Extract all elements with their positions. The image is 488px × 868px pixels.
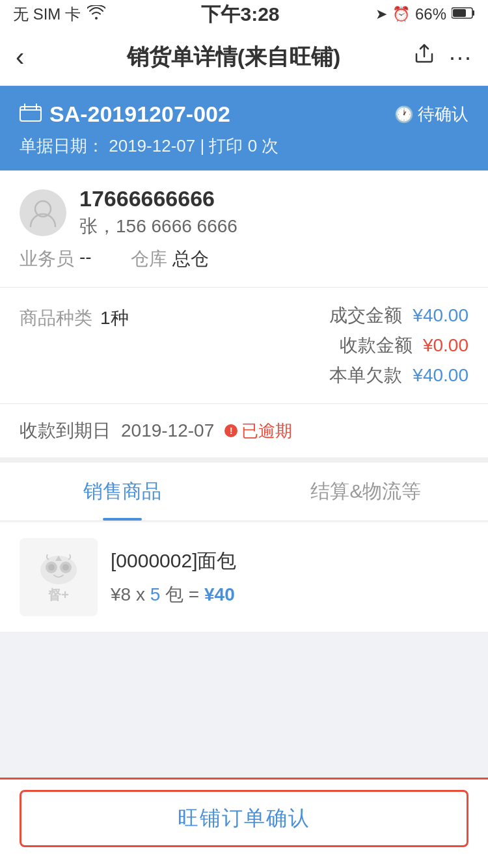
deal-amount-label: 成交金额 bbox=[329, 303, 402, 328]
status-time: 下午3:28 bbox=[201, 1, 279, 28]
svg-point-9 bbox=[48, 564, 55, 571]
deal-amount-value: ¥40.00 bbox=[413, 305, 468, 326]
owed-value: ¥40.00 bbox=[413, 365, 468, 386]
product-type-value: 1种 bbox=[100, 306, 129, 331]
bottom-bar: 旺铺订单确认 bbox=[0, 778, 488, 868]
summary-section: 商品种类 1种 成交金额 ¥40.00 收款金额 ¥0.00 本单欠款 ¥40.… bbox=[0, 288, 488, 404]
deal-amount-row: 成交金额 ¥40.00 bbox=[329, 303, 468, 328]
order-date: 单据日期： 2019-12-07 | 打印 0 次 bbox=[20, 135, 468, 157]
product-price-row: ¥8 x 5 包 = ¥40 bbox=[111, 582, 468, 607]
tab-sales[interactable]: 销售商品 bbox=[0, 463, 244, 521]
clock-icon: 🕐 bbox=[394, 105, 414, 124]
product-item: 督+ [0000002]面包 ¥8 x 5 包 = ¥40 bbox=[0, 522, 488, 632]
svg-point-10 bbox=[62, 564, 69, 571]
salesman-value: -- bbox=[79, 247, 92, 271]
tab-settlement[interactable]: 结算&物流等 bbox=[244, 463, 488, 521]
confirm-button[interactable]: 旺铺订单确认 bbox=[20, 790, 468, 847]
sim-text: 无 SIM 卡 bbox=[13, 4, 81, 25]
nav-title: 销货单详情(来自旺铺) bbox=[55, 42, 413, 72]
product-name: [0000002]面包 bbox=[111, 548, 468, 575]
warehouse-label: 仓库 bbox=[131, 247, 167, 271]
owed-label: 本单欠款 bbox=[329, 363, 402, 388]
wifi-icon bbox=[87, 5, 105, 23]
avatar bbox=[20, 189, 66, 236]
status-left: 无 SIM 卡 bbox=[13, 4, 105, 25]
nav-actions: ··· bbox=[413, 42, 472, 72]
salesman-item: 业务员 -- bbox=[20, 247, 92, 271]
overdue-icon: ! bbox=[224, 424, 237, 437]
battery-icon bbox=[452, 5, 475, 23]
order-status: 🕐 待确认 bbox=[394, 103, 468, 126]
share-button[interactable] bbox=[413, 42, 436, 72]
customer-row: 17666666666 张，156 6666 6666 bbox=[20, 186, 468, 239]
customer-meta: 业务员 -- 仓库 总仓 bbox=[20, 247, 468, 271]
owed-amount-row: 本单欠款 ¥40.00 bbox=[329, 363, 468, 388]
due-section: 收款到期日 2019-12-07 ! 已逾期 bbox=[0, 404, 488, 463]
salesman-label: 业务员 bbox=[20, 247, 74, 271]
battery-text: 66% bbox=[415, 5, 446, 23]
product-info: [0000002]面包 ¥8 x 5 包 = ¥40 bbox=[111, 538, 468, 616]
customer-phone: 17666666666 bbox=[79, 186, 237, 211]
warehouse-value: 总仓 bbox=[172, 247, 209, 271]
due-date: 2019-12-07 bbox=[121, 420, 214, 441]
customer-info: 17666666666 张，156 6666 6666 bbox=[79, 186, 237, 239]
warehouse-item: 仓库 总仓 bbox=[131, 247, 209, 271]
product-total: ¥40 bbox=[204, 584, 235, 604]
product-image: 督+ bbox=[20, 538, 98, 616]
svg-rect-2 bbox=[453, 9, 466, 17]
nav-bar: ‹ 销货单详情(来自旺铺) ··· bbox=[0, 29, 488, 86]
order-header: SA-20191207-002 🕐 待确认 单据日期： 2019-12-07 |… bbox=[0, 86, 488, 170]
tabs-section: 销售商品 结算&物流等 bbox=[0, 463, 488, 521]
summary-left: 商品种类 1种 bbox=[20, 303, 129, 331]
svg-rect-4 bbox=[20, 107, 41, 121]
order-icon bbox=[20, 102, 42, 127]
product-quantity: 5 bbox=[150, 584, 161, 604]
back-button[interactable]: ‹ bbox=[16, 42, 55, 72]
products-section: 督+ [0000002]面包 ¥8 x 5 包 = ¥40 bbox=[0, 522, 488, 632]
location-icon: ➤ bbox=[375, 6, 387, 23]
alarm-icon: ⏰ bbox=[392, 6, 410, 23]
status-bar: 无 SIM 卡 下午3:28 ➤ ⏰ 66% bbox=[0, 0, 488, 29]
overdue-badge: ! 已逾期 bbox=[224, 420, 292, 442]
customer-section: 17666666666 张，156 6666 6666 业务员 -- 仓库 总仓 bbox=[0, 170, 488, 288]
due-label: 收款到期日 bbox=[20, 418, 111, 443]
overdue-text: 已逾期 bbox=[241, 420, 292, 442]
product-placeholder: 督+ bbox=[36, 550, 81, 604]
summary-right: 成交金额 ¥40.00 收款金额 ¥0.00 本单欠款 ¥40.00 bbox=[329, 303, 468, 388]
order-id: SA-20191207-002 bbox=[20, 102, 230, 127]
product-type-label: 商品种类 bbox=[20, 306, 92, 331]
received-label: 收款金额 bbox=[340, 333, 413, 358]
received-amount-row: 收款金额 ¥0.00 bbox=[340, 333, 468, 358]
received-value: ¥0.00 bbox=[423, 335, 468, 356]
more-button[interactable]: ··· bbox=[449, 44, 472, 71]
svg-rect-1 bbox=[472, 10, 474, 16]
status-right: ➤ ⏰ 66% bbox=[375, 5, 475, 23]
order-id-row: SA-20191207-002 🕐 待确认 bbox=[20, 102, 468, 127]
customer-name: 张，156 6666 6666 bbox=[79, 214, 237, 239]
